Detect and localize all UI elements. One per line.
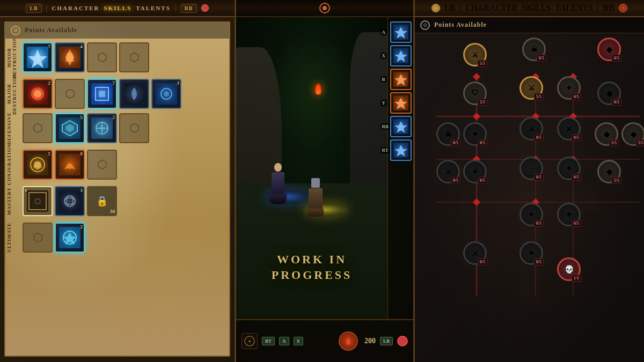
skill-cell-4-2[interactable]: 9	[55, 150, 85, 180]
talent-node-4-1[interactable]: ⚔ 0/5	[436, 160, 460, 183]
skill-cell-3-1[interactable]: ⬡	[23, 113, 53, 143]
skills-nav-left[interactable]: SKILLS	[104, 5, 132, 11]
right-panel: LB | CHARACTER SKILLS TALENTS | RB ⊘ Poi…	[413, 0, 644, 362]
skill-icon-empty-3-4: ⬡	[120, 114, 148, 142]
talent-node-3-5[interactable]: ◆ 5/5	[595, 122, 618, 146]
talents-nav-left[interactable]: TALENTS	[136, 5, 171, 11]
skills-parchment: ⊘ Points Available Minor Destruction	[4, 21, 230, 357]
action-slot-RB[interactable]: RB	[390, 116, 412, 137]
talent-node-6-1[interactable]: ⚔ 0/5	[463, 241, 487, 265]
talent-node-3-4[interactable]: ⚔ 0/5	[557, 117, 581, 141]
action-slot-Y[interactable]: Y	[390, 92, 412, 114]
skill-icon-3-3	[88, 114, 116, 142]
action-slot-A[interactable]: A	[390, 21, 412, 43]
talent-points-label: Points Available	[434, 21, 487, 29]
svg-point-12	[164, 91, 169, 97]
talent-node-4-4[interactable]: ✦ 0/5	[557, 157, 581, 180]
character-right	[308, 178, 324, 217]
skill-cell-3-4[interactable]: ⬡	[119, 113, 149, 143]
node-icon-1-3: ◆	[606, 45, 612, 54]
lock-num-5-3: 34	[110, 209, 115, 214]
skill-cell-2-1[interactable]: 2	[23, 79, 53, 109]
skills-grid: Minor Destruction 7	[5, 39, 229, 356]
talents-nav-right[interactable]: TALENTS	[555, 3, 593, 13]
points-bar-left: ⊘ Points Available	[5, 23, 229, 39]
skill-cell-1-3[interactable]: ⬡	[87, 42, 117, 72]
action-slot-X[interactable]: X	[390, 45, 412, 67]
skill-cell-1-2[interactable]: 4	[55, 42, 85, 72]
talent-node-6-2[interactable]: ✦ 0/5	[519, 241, 543, 265]
talent-node-2-1[interactable]: 🛡 5/5	[463, 82, 487, 105]
skill-cell-3-3[interactable]: 2	[87, 113, 117, 143]
rb-button-left[interactable]: RB	[181, 4, 197, 13]
health-potion[interactable]	[339, 331, 358, 351]
skill-icon-2-1	[24, 80, 52, 108]
talent-node-3-3[interactable]: ⚔ 0/5	[519, 117, 543, 141]
talent-node-4-3[interactable]: → 0/5	[519, 157, 543, 180]
skill-num-3-3: 2	[113, 115, 115, 120]
character-nav-left[interactable]: CHARACTER	[52, 5, 100, 11]
rb-button-right[interactable]: RB	[603, 3, 614, 13]
action-slot-B[interactable]: B	[390, 69, 412, 90]
skill-cell-1-4[interactable]: ⬡	[119, 42, 149, 72]
skill-cell-2-4[interactable]	[119, 79, 149, 109]
skill-cell-3-2[interactable]: 5	[55, 113, 85, 143]
lb-button-left[interactable]: LB	[26, 4, 41, 13]
node-count-2-2: 5/5	[534, 93, 544, 100]
skill-cell-2-3[interactable]: 7	[87, 79, 117, 109]
skill-cell-4-1[interactable]: 5	[23, 150, 53, 180]
skill-row-mastery: Mastery ⬡ 0	[21, 185, 226, 217]
node-count-4-3: 0/5	[534, 174, 544, 181]
skill-icon-4-1	[24, 151, 52, 179]
skill-icon-1-1	[24, 43, 52, 71]
skill-cell-6-2[interactable]: 2	[55, 223, 85, 253]
game-viewport: WORK INPROGRESS	[236, 17, 387, 319]
bottom-btn-X[interactable]: X	[294, 337, 304, 345]
action-slot-RT[interactable]: RT	[390, 139, 412, 161]
talent-node-3-1[interactable]: ☠ 0/5	[436, 122, 460, 146]
nav-divider-2: |	[175, 4, 177, 12]
cancel-icon-left[interactable]: ⊘	[11, 26, 20, 35]
lb-button-right[interactable]: LB	[444, 3, 455, 13]
action-label-X: X	[380, 53, 387, 59]
bottom-btn-A[interactable]: A	[279, 337, 289, 345]
talent-node-3-6[interactable]: ◆ 5/5	[621, 122, 644, 146]
skill-cell-5-3-locked[interactable]: 🔒 34	[87, 186, 117, 216]
talent-node-1-1[interactable]: ⚔ 5/5	[463, 43, 487, 67]
skill-cell-2-2[interactable]: ⬡	[55, 79, 85, 109]
cancel-icon-right[interactable]: ⊘	[420, 20, 430, 30]
node-count-3-3: 0/5	[534, 134, 544, 141]
skills-nav-right[interactable]: SKILLS	[522, 3, 551, 13]
talent-node-1-2[interactable]: ☠ 0/5	[522, 38, 546, 61]
bottom-btn-LB[interactable]: LB	[380, 337, 393, 345]
talent-node-2-4[interactable]: ◆ 0/5	[597, 82, 621, 105]
character-nav-right[interactable]: CHARACTER	[466, 3, 518, 13]
skill-num-2-3: 7	[113, 80, 115, 86]
bottom-bar: ✦ BT A X 200 LB	[236, 319, 413, 362]
skill-num-6-2: 2	[80, 224, 83, 230]
skill-icon-1-2	[56, 43, 84, 71]
skill-cell-5-2[interactable]: 3	[55, 186, 85, 216]
talent-node-5-2[interactable]: ✦ 0/5	[557, 203, 581, 226]
talent-node-3-2[interactable]: ✦ 0/5	[463, 122, 487, 146]
bottom-btn-BT[interactable]: BT	[262, 337, 275, 345]
talent-node-2-2[interactable]: ⚔ 5/5	[519, 76, 543, 100]
talent-node-1-3[interactable]: ◆ 0/5	[597, 38, 621, 61]
talent-node-4-5[interactable]: ◆ 5/5	[597, 160, 621, 183]
skill-cell-5-1[interactable]: ⬡ 0	[23, 186, 53, 216]
skill-cell-2-5[interactable]: 3	[151, 79, 181, 109]
node-count-6-1: 0/5	[478, 258, 487, 265]
talent-node-4-2[interactable]: ✦ 0/5	[463, 160, 487, 183]
node-count-6-2: 0/5	[534, 258, 544, 265]
skill-cell-1-1[interactable]: 7	[23, 42, 53, 72]
nav-divider-1: |	[46, 4, 48, 12]
node-count-2-3: 0/5	[572, 93, 581, 100]
talent-node-2-3[interactable]: ✦ 0/5	[557, 76, 581, 100]
skill-cell-4-3[interactable]: ⬡	[87, 150, 117, 180]
talent-node-6-3[interactable]: 💀 1/1	[557, 257, 581, 281]
bottom-slot-left-small[interactable]: ✦	[241, 333, 258, 349]
category-conjuration: Conjuration	[6, 144, 18, 185]
talent-node-5-1[interactable]: ✦ 0/5	[519, 203, 543, 226]
skill-icon-empty-1-4: ⬡	[120, 43, 148, 71]
skill-cell-6-1[interactable]: ⬡	[23, 223, 53, 253]
